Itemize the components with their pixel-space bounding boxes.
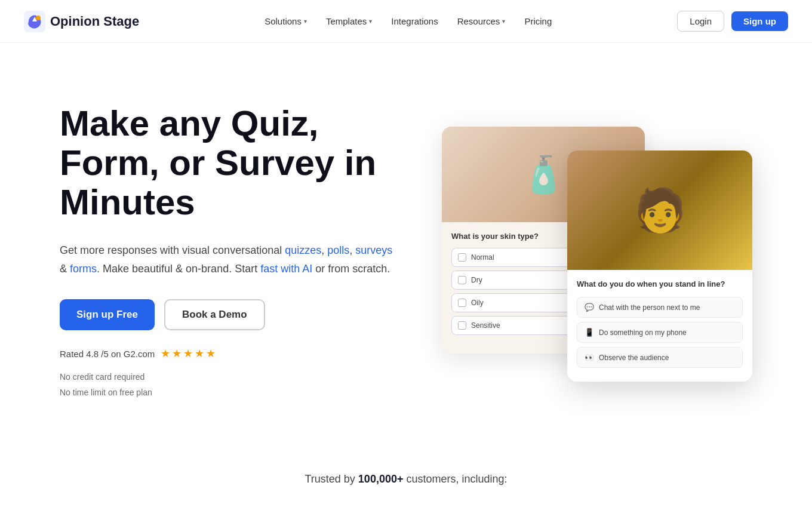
- hero-link-polls[interactable]: polls: [327, 244, 349, 256]
- logo-3: PARTNER: [375, 509, 430, 513]
- quiz-card-standinline: 🧑 What do you do when you stand in line?…: [567, 150, 752, 382]
- checkbox-dry: [458, 276, 466, 284]
- hero-desc-mid: . Make beautiful & on-brand. Start: [97, 263, 260, 275]
- hero-buttons: Sign up Free Book a Demo: [60, 299, 394, 330]
- star-4: ★: [195, 347, 204, 360]
- card-front-body: What do you do when you stand in line? 💬…: [567, 270, 752, 382]
- hero-description: Get more responses with visual conversat…: [60, 241, 394, 278]
- logo-1: BRAND: [204, 509, 245, 513]
- trusted-logos: BRAND COMPANY PARTNER CORP ENTERPRISE: [0, 497, 812, 513]
- nav-links: Solutions ▾ Templates ▾ Integrations Res…: [256, 11, 560, 31]
- hero-desc-comma2: ,: [349, 244, 355, 256]
- card-front-question: What do you do when you stand in line?: [577, 279, 743, 288]
- star-5: ★: [206, 347, 216, 360]
- option-chat: 💬 Chat with the person next to me: [577, 297, 743, 318]
- star-3: ★: [183, 347, 193, 360]
- svg-point-1: [36, 16, 41, 20]
- logo-5: ENTERPRISE: [535, 509, 608, 513]
- trusted-prefix: Trusted by: [304, 473, 358, 485]
- signup-button[interactable]: Sign up: [731, 11, 788, 31]
- option-phone: 📱 Do something on my phone: [577, 322, 743, 343]
- option-chat-emoji: 💬: [585, 303, 594, 312]
- navbar: Opinion Stage Solutions ▾ Templates ▾ In…: [0, 0, 812, 43]
- hero-rating: Rated 4.8 /5 on G2.com ★ ★ ★ ★ ★: [60, 347, 394, 360]
- card-front-image: 🧑: [567, 150, 752, 270]
- trusted-section: Trusted by 100,000+ customers, including…: [0, 449, 812, 497]
- checkbox-oily: [458, 299, 466, 307]
- nav-resources[interactable]: Resources ▾: [449, 11, 514, 31]
- hero-desc-suffix: or from scratch.: [312, 263, 390, 275]
- brand-name: Opinion Stage: [50, 14, 139, 29]
- hero-title: Make any Quiz, Form, or Survey in Minute…: [60, 104, 394, 222]
- option-observe: 👀 Observe the audience: [577, 347, 743, 368]
- nav-solutions[interactable]: Solutions ▾: [256, 11, 315, 31]
- logo-2: COMPANY: [281, 509, 339, 513]
- hero-link-forms[interactable]: forms: [70, 263, 97, 275]
- hero-desc-prefix: Get more responses with visual conversat…: [60, 244, 285, 256]
- book-demo-button[interactable]: Book a Demo: [164, 299, 265, 330]
- hero-desc-comma1: ,: [321, 244, 327, 256]
- option-phone-emoji: 📱: [585, 328, 594, 337]
- star-1: ★: [161, 347, 170, 360]
- brand-logo[interactable]: Opinion Stage: [24, 11, 139, 32]
- login-button[interactable]: Login: [677, 11, 724, 32]
- checkbox-sensitive: [458, 321, 466, 330]
- star-2: ★: [172, 347, 182, 360]
- hero-section: Make any Quiz, Form, or Survey in Minute…: [0, 43, 812, 449]
- nav-integrations[interactable]: Integrations: [383, 11, 446, 31]
- brand-logo-icon: [24, 11, 45, 32]
- rating-text: Rated 4.8 /5 on G2.com: [60, 349, 155, 359]
- trusted-suffix: customers, including:: [403, 473, 507, 485]
- checkbox-normal: [458, 253, 466, 262]
- logo-4: CORP: [466, 509, 499, 513]
- nav-templates[interactable]: Templates ▾: [318, 11, 380, 31]
- chevron-down-icon: ▾: [304, 18, 307, 24]
- hero-notes: No credit card required No time limit on…: [60, 370, 394, 400]
- signup-free-button[interactable]: Sign up Free: [60, 299, 155, 330]
- hero-desc-amp: &: [60, 263, 70, 275]
- trusted-count: 100,000+: [358, 473, 404, 485]
- option-observe-emoji: 👀: [585, 353, 594, 362]
- nav-actions: Login Sign up: [677, 11, 788, 32]
- hero-illustration: 🧴 What is your skin type? Normal Dry Oil…: [442, 127, 752, 377]
- note-no-card: No credit card required: [60, 370, 394, 385]
- chevron-down-icon: ▾: [369, 18, 372, 24]
- nav-pricing[interactable]: Pricing: [516, 11, 560, 31]
- hero-link-quizzes[interactable]: quizzes: [285, 244, 321, 256]
- hero-link-ai[interactable]: fast with AI: [260, 263, 312, 275]
- star-rating: ★ ★ ★ ★ ★: [161, 347, 216, 360]
- note-no-limit: No time limit on free plan: [60, 385, 394, 400]
- hero-left: Make any Quiz, Form, or Survey in Minute…: [60, 104, 394, 400]
- chevron-down-icon: ▾: [502, 18, 505, 24]
- hero-link-surveys[interactable]: surveys: [355, 244, 392, 256]
